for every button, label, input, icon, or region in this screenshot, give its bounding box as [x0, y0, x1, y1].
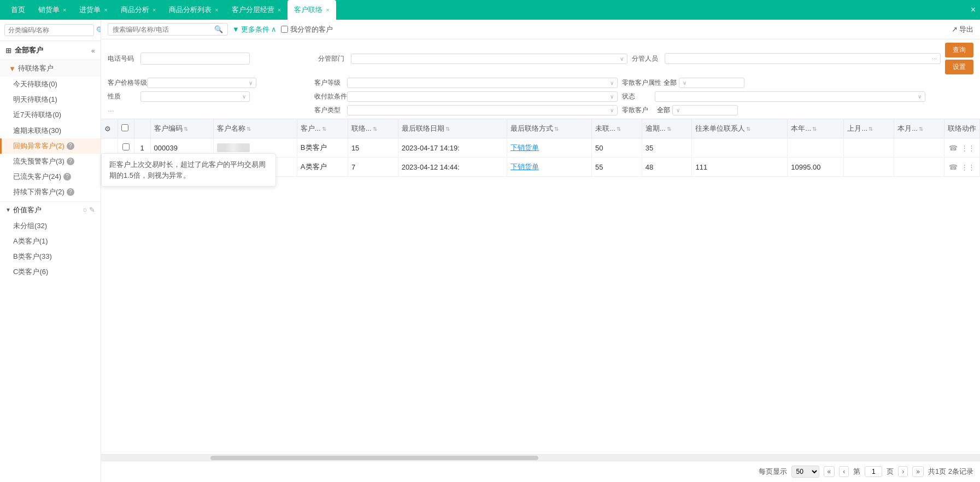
query-button[interactable]: 查询	[945, 43, 973, 57]
select-all-checkbox[interactable]	[121, 124, 128, 131]
retail-customer-field: 零散客户 全部 ∨	[622, 105, 925, 115]
th-contact-count[interactable]: 联络...⇅	[348, 119, 398, 138]
manager-select[interactable]: ···	[665, 53, 941, 64]
sort-icon: ⇅	[667, 126, 671, 132]
chevron-icon: ∧	[271, 25, 277, 33]
collapse-sidebar-button[interactable]: «	[91, 47, 95, 55]
scrollbar-thumb[interactable]	[210, 456, 538, 460]
search-icon[interactable]: 🔍	[214, 25, 223, 33]
close-icon[interactable]: ×	[278, 7, 281, 13]
th-customer-name[interactable]: 客户名称⇅	[213, 119, 297, 138]
next-page-button[interactable]: ›	[898, 466, 908, 477]
last-method-link[interactable]: 下销货单	[510, 162, 539, 171]
sidebar-item-today-contact[interactable]: 今天待联络(0)	[0, 77, 101, 92]
close-icon[interactable]: ×	[326, 7, 329, 13]
nav-customer-segments[interactable]: 客户分层经营 ×	[225, 0, 287, 20]
th-last-month[interactable]: 上月...⇅	[844, 119, 894, 138]
th-last-contact-method[interactable]: 最后联络方式⇅	[507, 119, 592, 138]
my-customers-check[interactable]	[281, 26, 288, 33]
nav-home[interactable]: 首页	[4, 0, 32, 20]
sidebar-item-7day-contact[interactable]: 近7天待联络(0)	[0, 107, 101, 123]
payment-select[interactable]: ∨	[347, 91, 618, 102]
more-conditions-button[interactable]: ▼ 更多条件 ∧	[232, 25, 277, 34]
close-all-button[interactable]: ×	[971, 5, 976, 15]
nav-product-analysis-list[interactable]: 商品分析列表 ×	[162, 0, 225, 20]
price-level-select[interactable]: ∨	[147, 78, 256, 88]
close-icon[interactable]: ×	[215, 7, 218, 13]
status-select[interactable]: ∨	[655, 91, 925, 102]
th-customer-type[interactable]: 客户...⇅	[297, 119, 348, 138]
settings-button[interactable]: 设置	[945, 60, 973, 74]
more-action-icon[interactable]: ⋮⋮	[961, 163, 975, 171]
edit-icon[interactable]: ○ ✎	[83, 206, 95, 214]
nav-purchase-order[interactable]: 进货单 ×	[73, 0, 114, 20]
customer-level-select[interactable]: ∨	[347, 78, 618, 88]
export-button[interactable]: ↗ 导出	[952, 25, 973, 34]
prev-page-button[interactable]: ‹	[839, 466, 849, 477]
th-this-month[interactable]: 本月...⇅	[894, 119, 944, 138]
phone-input[interactable]	[140, 53, 250, 65]
page-label: 第	[853, 467, 860, 477]
more-action-icon[interactable]: ⋮⋮	[961, 144, 975, 152]
close-icon[interactable]: ×	[104, 7, 107, 13]
customer-type-select[interactable]: ∨	[347, 105, 618, 115]
row-checkbox[interactable]	[122, 143, 130, 150]
sort-icon: ⇅	[373, 126, 377, 132]
settings-icon[interactable]: ⚙	[104, 125, 111, 133]
filter-icon: ▼	[232, 25, 239, 33]
last-page-button[interactable]: »	[912, 466, 924, 477]
cell-last-date: 2023-04-17 14:19:	[398, 138, 507, 158]
sidebar-item-lost-warning[interactable]: 流失预警客户(3) ?	[0, 154, 101, 169]
sort-icon: ⇅	[617, 126, 621, 132]
per-page-select[interactable]: 50 100 200	[791, 466, 819, 478]
value-customers-group[interactable]: ▼ 价值客户 ○ ✎	[0, 201, 101, 218]
th-customer-code[interactable]: 客户编码⇅	[150, 119, 213, 138]
dots-expand[interactable]: ···	[108, 106, 140, 115]
nature-select[interactable]: ∨	[140, 91, 250, 102]
th-not-contact[interactable]: 未联...⇅	[591, 119, 642, 138]
retail-customer-select[interactable]: ∨	[672, 105, 738, 115]
first-page-button[interactable]: «	[824, 466, 835, 477]
chevron-down-icon: ∨	[918, 94, 922, 100]
sidebar-item-tomorrow-contact[interactable]: 明天待联络(1)	[0, 92, 101, 107]
sidebar-search-icon[interactable]: 🔍	[96, 26, 101, 34]
info-icon: ?	[67, 142, 74, 150]
cell-last-method[interactable]: 下销货单	[507, 158, 592, 177]
th-settings[interactable]: ⚙	[101, 119, 118, 138]
search-input[interactable]	[113, 26, 214, 33]
nav-product-analysis[interactable]: 商品分析 ×	[114, 0, 162, 20]
th-overdue[interactable]: 逾期...⇅	[642, 119, 692, 138]
sidebar-item-lost[interactable]: 已流失客户(24) ?	[0, 169, 101, 184]
th-unit-contacts[interactable]: 往来单位联系人⇅	[692, 119, 788, 138]
all-customers-header[interactable]: ⊞ 全部客户 «	[0, 41, 101, 60]
sidebar-item-class-b[interactable]: B类客户(33)	[0, 249, 101, 264]
sidebar-item-class-a[interactable]: A类客户(1)	[0, 234, 101, 249]
sidebar-item-declining[interactable]: 持续下滑客户(2) ?	[0, 184, 101, 200]
page-input[interactable]	[865, 466, 882, 477]
phone-action-icon[interactable]: ☎	[949, 163, 958, 171]
grid-icon: ⊞	[5, 47, 11, 55]
dept-select[interactable]: ∨	[351, 54, 627, 64]
dept-label: 分管部门	[318, 54, 351, 63]
sidebar-item-class-c[interactable]: C类客户(6)	[0, 264, 101, 280]
sidebar-item-repurchase-abnormal[interactable]: 回购异常客户(2) ?	[0, 138, 101, 154]
last-method-link[interactable]: 下销货单	[510, 143, 539, 152]
close-icon[interactable]: ×	[152, 7, 156, 13]
cell-last-method[interactable]: 下销货单	[507, 138, 592, 158]
nav-customer-contact[interactable]: 客户联络 ×	[287, 0, 336, 20]
phone-action-icon[interactable]: ☎	[949, 144, 958, 152]
retail-attr-select[interactable]: ∨	[679, 78, 744, 88]
category-search-input[interactable]	[4, 24, 94, 36]
pending-contact-section[interactable]: ▼ 待联络客户	[0, 60, 101, 77]
th-last-contact-date[interactable]: 最后联络日期⇅	[398, 119, 507, 138]
nav-sales-order[interactable]: 销货单 ×	[32, 0, 73, 20]
th-this-year[interactable]: 本年...⇅	[788, 119, 844, 138]
sidebar-item-overdue-contact[interactable]: 逾期未联络(30)	[0, 123, 101, 138]
payment-label: 收付款条件	[314, 92, 347, 101]
customer-type-label: 客户类型	[314, 106, 347, 115]
sidebar-item-unclassified[interactable]: 未分组(32)	[0, 218, 101, 234]
dots-field: ···	[108, 106, 310, 115]
horizontal-scrollbar[interactable]	[101, 454, 980, 461]
cell-contact: 15	[348, 138, 398, 158]
close-icon[interactable]: ×	[63, 7, 66, 13]
